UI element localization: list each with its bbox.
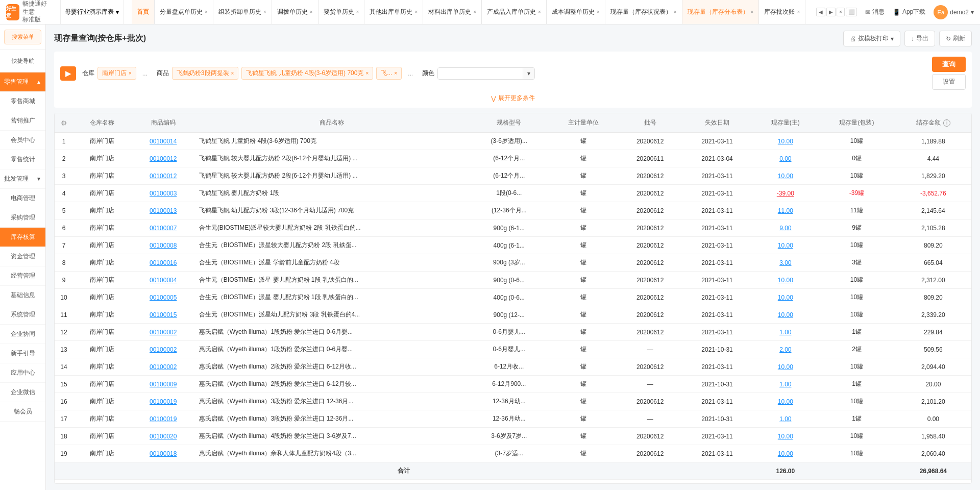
close-icon[interactable]: × [263, 9, 266, 15]
table-row: 12 南岸门店 00100002 惠氏启赋（Wyeth illuma）1段奶粉 … [55, 324, 971, 341]
sidebar-item-enterprise-collab[interactable]: 企业协同 [0, 325, 45, 344]
row-qty-pkg: 10罐 [818, 393, 895, 410]
tab-home[interactable]: 首页 [132, 0, 155, 24]
close-icon[interactable]: × [797, 9, 800, 15]
tab-diaobodanls[interactable]: 调拨单历史 × [272, 0, 318, 24]
row-name: 飞鹤星飞帆 较大婴儿配方奶粉 2段(6-12个月婴幼儿适用) ... [195, 167, 469, 185]
row-amount: 4.44 [895, 150, 971, 167]
export-button[interactable]: ↓ 导出 [904, 31, 935, 46]
row-spec: 400g (0-6... [469, 289, 549, 306]
main-layout: 搜索菜单 快捷导航 零售管理 ▲ 零售商城 营销推广 会员中心 零售统计 批发管… [0, 24, 980, 490]
sidebar-item-ecommerce-mgmt[interactable]: 电商管理 [0, 189, 45, 208]
tab-cailiaochuku[interactable]: 材料出库单历史 × [423, 0, 482, 24]
close-icon[interactable]: × [597, 9, 600, 15]
sidebar-item-enterprise-wechat[interactable]: 企业微信 [0, 383, 45, 402]
sidebar-item-finance-mgmt[interactable]: 资金管理 [0, 247, 45, 266]
close-icon[interactable]: × [674, 9, 677, 15]
quick-nav-button[interactable]: 快捷导航 [0, 54, 45, 68]
sidebar-item-system-mgmt[interactable]: 系统管理 [0, 305, 45, 325]
table-header-row: ⚙ 仓库名称 商品编码 商品名称 规格型号 主计量单位 批号 失效日期 现存量(… [55, 113, 971, 133]
filter-expand-btn[interactable]: ▶ [60, 66, 76, 81]
row-qty-pkg: 9罐 [818, 219, 895, 237]
color-dropdown[interactable]: ▾ [523, 68, 534, 79]
sidebar-item-member-vip[interactable]: 畅会员 [0, 402, 45, 422]
row-amount: 2,339.20 [895, 306, 971, 324]
sidebar-item-retail-mgmt[interactable]: 零售管理 ▲ [0, 72, 45, 92]
product-more[interactable]: ... [405, 68, 416, 79]
row-warehouse: 南岸门店 [73, 150, 132, 167]
refresh-button[interactable]: ↻ 刷新 [939, 31, 972, 46]
row-expire: 2021-03-11 [682, 445, 753, 462]
column-settings-icon[interactable]: ⚙ [61, 119, 67, 127]
sidebar-item-basic-info[interactable]: 基础信息 [0, 286, 45, 305]
tab-zuzhangchaijian[interactable]: 组装拆卸单历史 × [213, 0, 272, 24]
close-icon[interactable]: × [310, 9, 313, 15]
warehouse-more[interactable]: ... [139, 68, 151, 79]
search-menu-button[interactable]: 搜索菜单 [4, 30, 41, 44]
app-download-button[interactable]: 📱 App下载 [893, 8, 925, 16]
print-button[interactable]: 🖨 按模板打印 ▾ [843, 31, 900, 46]
close-icon[interactable]: × [473, 9, 476, 15]
workspace-selector[interactable]: 母婴行业演示库表 ▾ [60, 0, 124, 24]
sidebar-item-retail-mall[interactable]: 零售商城 [0, 92, 45, 111]
tab-chanpinruku[interactable]: 产成品入库单历史 × [482, 0, 547, 24]
tab-fenliangpandian[interactable]: 分量盘点单历史 × [155, 0, 213, 24]
messages-button[interactable]: ✉ 消息 [865, 8, 885, 16]
search-button[interactable]: 查询 [932, 57, 966, 72]
row-warehouse: 南岸门店 [73, 202, 132, 219]
amount-info-icon[interactable]: i [943, 119, 950, 127]
tab-chengbentiaojian[interactable]: 成本调整单历史 × [547, 0, 605, 24]
tab-kucunpici[interactable]: 库存批次账 × [759, 0, 805, 24]
tab-qitachuku[interactable]: 其他出库单历史 × [364, 0, 423, 24]
row-code: 00100012 [132, 167, 195, 185]
close-icon[interactable]: × [205, 9, 208, 15]
tab-yaohuo[interactable]: 要货单历史 × [318, 0, 365, 24]
remove-product-tag2[interactable]: × [365, 70, 369, 76]
filter-expand-more[interactable]: ⋁ 展开更多条件 [60, 94, 966, 103]
sidebar-item-marketing[interactable]: 营销推广 [0, 111, 45, 131]
close-icon[interactable]: × [356, 9, 359, 15]
color-input[interactable] [438, 68, 523, 79]
row-unit: 罐 [549, 133, 618, 150]
row-unit: 罐 [549, 202, 618, 219]
sidebar-item-wholesale-mgmt[interactable]: 批发管理 ▼ [0, 169, 45, 189]
tab-menu-arrow[interactable]: ⬜ [846, 8, 857, 16]
sidebar-item-member-center[interactable]: 会员中心 [0, 131, 45, 150]
row-name: 惠氏启赋（Wyeth illuma）1段奶粉 爱尔兰进口 0-6月婴... [195, 324, 469, 341]
sidebar-item-operations-mgmt[interactable]: 经营管理 [0, 266, 45, 286]
close-icon[interactable]: × [538, 9, 541, 15]
tab-prev-arrow[interactable]: ◀ [816, 8, 825, 16]
sidebar-item-app-center[interactable]: 应用中心 [0, 363, 45, 383]
page-actions: 🖨 按模板打印 ▾ ↓ 导出 ↻ 刷新 [843, 31, 972, 46]
row-expire: 2021-10-31 [682, 341, 753, 358]
tab-close-arrow[interactable]: × [837, 8, 845, 16]
close-icon[interactable]: × [414, 9, 418, 15]
remove-warehouse-tag[interactable]: × [129, 70, 132, 76]
sidebar-item-purchase-mgmt[interactable]: 采购管理 [0, 208, 45, 228]
row-warehouse: 南岸门店 [73, 358, 132, 376]
sidebar-item-beginner-guide[interactable]: 新手引导 [0, 344, 45, 363]
tab-next-arrow[interactable]: ▶ [826, 8, 836, 16]
user-menu[interactable]: Ea demo2 ▾ [934, 5, 974, 19]
logo-icon: 好生意 [6, 4, 19, 20]
top-bar: 好生意 畅捷通好生意 标准版 母婴行业演示库表 ▾ 首页 分量盘点单历史 × 组… [0, 0, 980, 24]
row-unit: 罐 [549, 185, 618, 202]
close-icon[interactable]: × [751, 9, 754, 15]
sidebar-item-inventory-audit[interactable]: 库存核算 [0, 228, 45, 247]
tab-xiancunliangfb[interactable]: 现存量（库存分布表） × [682, 0, 760, 24]
row-spec: 6-12月收... [469, 358, 549, 376]
remove-product-tag1[interactable]: × [231, 70, 234, 76]
sidebar-item-retail-stats[interactable]: 零售统计 [0, 150, 45, 169]
row-qty-pkg: 10罐 [818, 272, 895, 289]
row-expire: 2021-03-11 [682, 167, 753, 185]
row-no: 3 [55, 167, 73, 185]
row-unit: 罐 [549, 410, 618, 428]
row-name: 惠氏启赋（Wyeth illuma）2段奶粉 爱尔兰进口 6-12月收... [195, 358, 469, 376]
tab-xiancunliangzk[interactable]: 现存量（库存状况表） × [605, 0, 682, 24]
settings-button[interactable]: 设置 [932, 74, 966, 90]
table-row: 1 南岸门店 00100014 飞鹤星飞帆 儿童奶粉 4段(3-6岁适用) 70… [55, 133, 971, 150]
row-expire: 2021-03-11 [682, 324, 753, 341]
remove-product-more[interactable]: × [394, 70, 397, 76]
row-name: 惠氏启赋（Wyeth illuma）2段奶粉 爱尔兰进口 6-12月较... [195, 376, 469, 393]
row-no: 9 [55, 272, 73, 289]
